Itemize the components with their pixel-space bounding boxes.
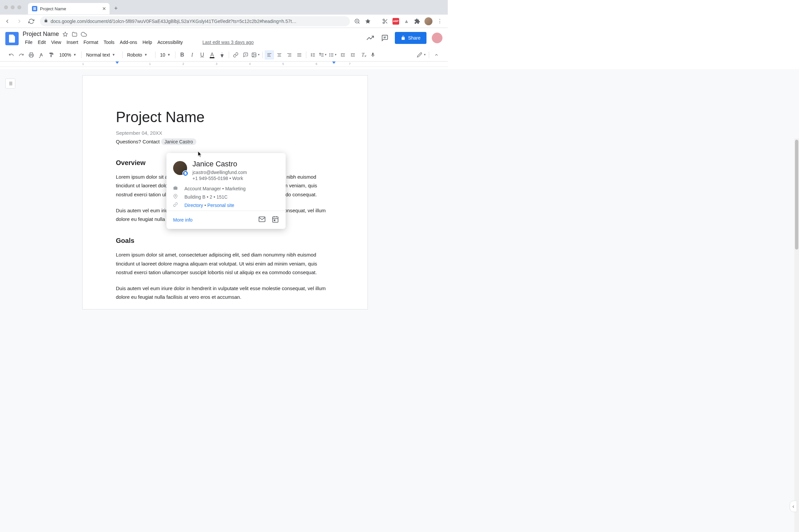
- menu-insert[interactable]: Insert: [64, 38, 80, 46]
- reload-button[interactable]: [26, 17, 36, 26]
- redo-button[interactable]: [17, 50, 26, 60]
- checklist-button[interactable]: ▼: [318, 50, 328, 60]
- window-min-dot[interactable]: [11, 5, 15, 9]
- menu-tools[interactable]: Tools: [101, 38, 117, 46]
- section-heading-goals[interactable]: Goals: [116, 237, 334, 245]
- calendar-action-icon[interactable]: [272, 215, 279, 224]
- url-text: docs.google.com/document/d/1olcn-5f897wu…: [51, 19, 297, 24]
- underline-button[interactable]: U: [198, 50, 207, 60]
- menu-view[interactable]: View: [49, 38, 63, 46]
- people-smart-chip[interactable]: Janice Castro: [161, 138, 197, 145]
- formatting-toolbar: A✓ 100%▼ Normal text▼ Roboto▼ 10▼ B I U …: [0, 48, 448, 61]
- comments-icon[interactable]: [380, 33, 390, 43]
- svg-point-39: [330, 53, 330, 54]
- back-button[interactable]: [3, 17, 12, 26]
- more-info-link[interactable]: More info: [173, 217, 192, 223]
- new-tab-button[interactable]: +: [114, 5, 118, 12]
- tab-close-icon[interactable]: ✕: [102, 6, 106, 11]
- editing-mode-button[interactable]: ▼: [417, 50, 426, 60]
- bold-button[interactable]: B: [178, 50, 187, 60]
- browser-menu-icon[interactable]: ⋮: [436, 18, 443, 25]
- link-button[interactable]: [231, 50, 240, 60]
- move-icon[interactable]: [72, 31, 78, 37]
- directory-link[interactable]: Directory: [184, 203, 203, 208]
- share-button[interactable]: Share: [395, 32, 426, 44]
- print-button[interactable]: [26, 50, 36, 60]
- scissors-icon[interactable]: [382, 18, 389, 25]
- align-justify-button[interactable]: [295, 50, 304, 60]
- comment-button[interactable]: [241, 50, 250, 60]
- svg-line-7: [386, 22, 387, 23]
- document-outline-button[interactable]: [5, 78, 15, 89]
- paint-format-button[interactable]: [47, 50, 56, 60]
- doc-heading-title[interactable]: Project Name: [116, 109, 334, 126]
- address-bar[interactable]: docs.google.com/document/d/1olcn-5f897wu…: [40, 16, 350, 26]
- drive-icon[interactable]: ▲: [403, 18, 410, 25]
- browser-tab[interactable]: Project Name ✕: [28, 3, 110, 14]
- contact-email[interactable]: jcastro@dwellingfund.com: [192, 170, 247, 175]
- spellcheck-button[interactable]: A✓: [37, 50, 46, 60]
- doc-contact-line[interactable]: Questions? Contact Janice Castro: [116, 138, 334, 145]
- increase-indent-button[interactable]: [348, 50, 357, 60]
- contact-prefix: Questions? Contact: [116, 139, 160, 145]
- left-indent-marker[interactable]: [115, 61, 119, 65]
- window-close-dot[interactable]: [4, 5, 8, 9]
- menu-addons[interactable]: Add-ons: [117, 38, 140, 46]
- menu-edit[interactable]: Edit: [36, 38, 48, 46]
- text-color-button[interactable]: A: [207, 50, 217, 60]
- font-select[interactable]: Roboto▼: [125, 50, 153, 60]
- link-icon: [173, 202, 179, 208]
- forward-button[interactable]: [15, 17, 24, 26]
- menu-help[interactable]: Help: [140, 38, 154, 46]
- paragraph[interactable]: Lorem ipsum dolor sit amet, consectetuer…: [116, 250, 334, 277]
- undo-button[interactable]: [7, 50, 16, 60]
- activity-icon[interactable]: [366, 33, 375, 43]
- decrease-indent-button[interactable]: [338, 50, 348, 60]
- line-spacing-button[interactable]: [308, 50, 318, 60]
- document-title[interactable]: Project Name: [23, 31, 59, 38]
- email-action-icon[interactable]: [258, 215, 266, 224]
- highlight-button[interactable]: [217, 50, 227, 60]
- doc-date[interactable]: September 04, 20XX: [116, 130, 334, 136]
- collapse-toolbar-button[interactable]: [432, 50, 441, 60]
- browser-profile-avatar[interactable]: [425, 17, 432, 25]
- align-left-button[interactable]: [265, 50, 274, 60]
- menu-file[interactable]: File: [23, 38, 35, 46]
- window-max-dot[interactable]: [17, 5, 21, 9]
- bookmark-star-icon[interactable]: [365, 18, 371, 25]
- paragraph[interactable]: Duis autem vel eum iriure dolor in hendr…: [116, 284, 334, 298]
- abp-extension-icon[interactable]: ABP: [392, 18, 399, 25]
- account-avatar[interactable]: [432, 33, 443, 43]
- menu-accessibility[interactable]: Accessibility: [155, 38, 185, 46]
- voice-typing-button[interactable]: [368, 50, 377, 60]
- clear-format-button[interactable]: T✕: [358, 50, 368, 60]
- ruler-tick: 1: [82, 62, 84, 65]
- right-indent-marker[interactable]: [332, 61, 336, 65]
- svg-point-41: [330, 56, 330, 56]
- bulleted-list-button[interactable]: ▼: [328, 50, 338, 60]
- browser-actions: ABP ▲ ⋮: [354, 17, 443, 25]
- style-select[interactable]: Normal text▼: [83, 50, 120, 60]
- menu-format[interactable]: Format: [81, 38, 100, 46]
- contact-links-row: Directory • Personal site: [173, 202, 279, 208]
- lock-icon: [44, 18, 48, 24]
- zoom-select[interactable]: 100%▼: [57, 50, 79, 60]
- svg-rect-35: [320, 53, 321, 54]
- align-right-button[interactable]: [285, 50, 294, 60]
- location-pin-icon: [173, 194, 179, 200]
- image-button[interactable]: ▼: [251, 50, 260, 60]
- fontsize-select[interactable]: 10▼: [157, 50, 173, 60]
- extensions-icon[interactable]: [414, 18, 421, 25]
- last-edit-text[interactable]: Last edit was 3 days ago: [202, 40, 254, 45]
- svg-point-15: [253, 54, 254, 54]
- star-icon[interactable]: [62, 31, 68, 37]
- personal-site-link[interactable]: Personal site: [207, 203, 235, 208]
- docs-logo[interactable]: [5, 32, 19, 45]
- window-controls[interactable]: [4, 5, 21, 9]
- align-center-button[interactable]: [275, 50, 284, 60]
- cloud-icon[interactable]: [81, 31, 87, 37]
- italic-button[interactable]: I: [187, 50, 197, 60]
- docs-favicon: [32, 6, 37, 11]
- zoom-icon[interactable]: [354, 18, 360, 25]
- horizontal-ruler[interactable]: 1 1 2 3 4 5 6 7: [0, 61, 448, 67]
